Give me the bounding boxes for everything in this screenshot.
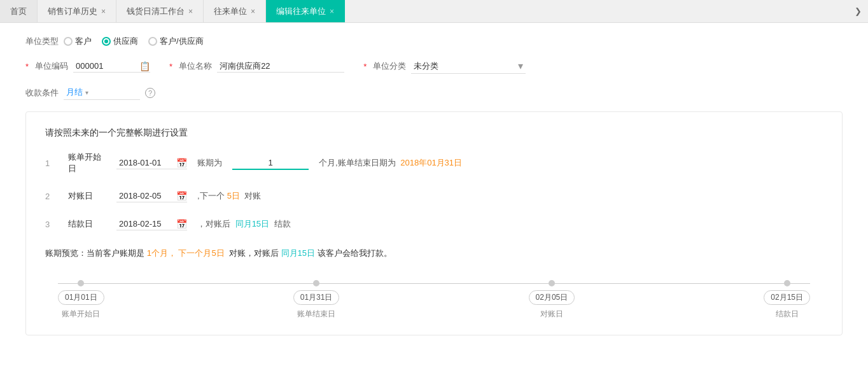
unit-name-label: 单位名称 [179, 60, 212, 72]
timeline-point-0: 01月01日 账单开始日 [58, 276, 104, 320]
unit-code-field: * 单位编码 📋 [25, 60, 150, 73]
radio-customer-circle [64, 37, 73, 46]
tl-badge-2: 02月05日 [529, 290, 575, 305]
timeline-points: 01月01日 账单开始日 01月31日 账单结束日 02月05日 对账日 02月… [58, 276, 810, 320]
unit-code-copy-icon[interactable]: 📋 [139, 61, 150, 71]
row-3-num: 3 [45, 220, 58, 229]
preview-part1: 1个月， [147, 248, 176, 258]
tab-cash-workbench-label: 钱货日清工作台 [127, 6, 185, 17]
tl-badge-0: 01月01日 [58, 290, 104, 305]
unit-type-radio-group: 客户 供应商 客户/供应商 [64, 36, 204, 47]
radio-customer-label: 客户 [75, 36, 92, 47]
unit-type-label: 单位类型 [25, 36, 59, 47]
row-1-label: 账单开始日 [68, 151, 106, 174]
timeline-point-1: 01月31日 账单结束日 [293, 276, 340, 320]
main-content: 单位类型 客户 供应商 客户/供应商 * 单位编码 [0, 23, 868, 387]
payment-terms-value: 月结 [66, 87, 83, 98]
preview-text: 账期预览：当前客户账期是 1个月， 下一个月5日 对账，对账后 同月15日 该客… [45, 246, 823, 260]
row-3-desc: ，对账后 同月15日 结款 [197, 218, 291, 230]
tab-sales-history-close[interactable]: × [101, 7, 106, 16]
row-2-label: 对账日 [68, 190, 106, 202]
settings-title: 请按照未来的一个完整帐期进行设置 [45, 127, 823, 139]
expand-icon: ❯ [855, 6, 862, 16]
preview-suffix: 该客户会给我打款。 [318, 248, 392, 258]
tab-bar: 首页 销售订单历史 × 钱货日清工作台 × 往来单位 × 编辑往来单位 × ❯ [0, 0, 868, 23]
tl-node-0 [78, 280, 84, 286]
payment-terms-select[interactable]: 月结 ▾ [64, 85, 140, 100]
help-icon-label: ? [148, 89, 152, 97]
tl-node-1 [313, 280, 319, 286]
tl-badge-1: 01月31日 [293, 290, 340, 305]
row-3-highlight: 同月15日 [235, 218, 269, 230]
tab-edit-partner-close[interactable]: × [330, 7, 334, 16]
unit-type-field: 单位类型 客户 供应商 客户/供应商 [25, 36, 204, 47]
row-2-num: 2 [45, 192, 58, 201]
tab-expand-button[interactable]: ❯ [848, 0, 868, 22]
tl-label-2: 对账日 [540, 309, 563, 320]
unit-name-input[interactable] [217, 60, 344, 73]
tab-cash-workbench[interactable]: 钱货日清工作台 × [116, 0, 204, 22]
tab-partner-units[interactable]: 往来单位 × [204, 0, 266, 22]
tab-sales-history[interactable]: 销售订单历史 × [38, 0, 116, 22]
unit-name-star: * [169, 62, 172, 71]
row-1-date-field[interactable] [116, 157, 174, 169]
unit-name-field: * 单位名称 [169, 60, 344, 73]
payment-terms-label: 收款条件 [25, 87, 59, 99]
unit-code-input-wrap: 📋 [73, 60, 150, 73]
row-1-calendar-icon[interactable]: 📅 [176, 158, 187, 168]
timeline-point-2: 02月05日 对账日 [529, 276, 575, 320]
radio-customer[interactable]: 客户 [64, 36, 92, 47]
unit-classify-dropdown[interactable]: 未分类 ▾ [411, 59, 526, 74]
row-3-date-input: 📅 [116, 218, 187, 230]
tl-badge-3: 02月15日 [764, 290, 810, 305]
tab-partner-units-label: 往来单位 [214, 6, 247, 17]
classify-dropdown-arrow: ▾ [518, 60, 523, 72]
row-1-date-input: 📅 [116, 157, 187, 169]
unit-info-row: * 单位编码 📋 * 单位名称 * 单位分类 未分类 ▾ [25, 59, 843, 74]
preview-mid-text: 对账，对账后 [229, 248, 279, 258]
tl-label-1: 账单结束日 [297, 309, 335, 320]
payment-terms-field: 收款条件 月结 ▾ ? [25, 85, 155, 100]
tl-node-3 [784, 280, 790, 286]
unit-code-label: 单位编码 [35, 60, 68, 72]
row-3-date-field[interactable] [116, 218, 174, 230]
row-2-highlight: 5日 [227, 190, 240, 202]
row-2-desc: ,下一个5日 对账 [197, 190, 261, 202]
row-2-calendar-icon[interactable]: 📅 [176, 191, 187, 201]
settings-box: 请按照未来的一个完整帐期进行设置 1 账单开始日 📅 账期为 个月,账单结束日期… [25, 111, 843, 335]
row-1-period-suffix: 个月,账单结束日期为 2018年01月31日 [319, 157, 462, 169]
tab-home[interactable]: 首页 [0, 0, 38, 22]
tl-label-3: 结款日 [776, 309, 799, 320]
tab-home-label: 首页 [10, 6, 27, 17]
tl-label-0: 账单开始日 [62, 309, 100, 320]
timeline-point-3: 02月15日 结款日 [764, 276, 810, 320]
row-2-date-input: 📅 [116, 190, 187, 202]
radio-both-label: 客户/供应商 [160, 36, 204, 47]
row-1-num: 1 [45, 158, 58, 168]
row-1-period-input[interactable] [232, 157, 309, 170]
radio-supplier-circle [102, 37, 111, 46]
radio-both[interactable]: 客户/供应商 [148, 36, 204, 47]
payment-terms-arrow: ▾ [85, 89, 88, 96]
payment-terms-help[interactable]: ? [145, 88, 155, 98]
radio-supplier-label: 供应商 [113, 36, 138, 47]
row-1-end-date: 2018年01月31日 [400, 157, 462, 169]
tab-partner-units-close[interactable]: × [251, 7, 255, 16]
radio-supplier[interactable]: 供应商 [102, 36, 138, 47]
row-2-date-field[interactable] [116, 190, 174, 202]
row-3-calendar-icon[interactable]: 📅 [176, 219, 187, 229]
preview-part3: 同月15日 [281, 248, 315, 258]
preview-prefix: 账期预览：当前客户账期是 [45, 248, 144, 258]
tab-sales-history-label: 销售订单历史 [48, 6, 97, 17]
timeline: 01月01日 账单开始日 01月31日 账单结束日 02月05日 对账日 02月… [45, 276, 823, 320]
row-1-period-label: 账期为 [197, 157, 222, 169]
payment-terms-row: 收款条件 月结 ▾ ? [25, 85, 843, 100]
unit-code-input[interactable] [73, 60, 137, 72]
tab-edit-partner[interactable]: 编辑往来单位 × [266, 0, 345, 22]
tab-edit-partner-label: 编辑往来单位 [276, 6, 326, 17]
unit-classify-field: * 单位分类 未分类 ▾ [363, 59, 526, 74]
unit-code-star: * [25, 62, 29, 71]
tab-cash-workbench-close[interactable]: × [188, 7, 193, 16]
settings-row-2: 2 对账日 📅 ,下一个5日 对账 [45, 190, 823, 202]
settings-row-3: 3 结款日 📅 ，对账后 同月15日 结款 [45, 218, 823, 230]
